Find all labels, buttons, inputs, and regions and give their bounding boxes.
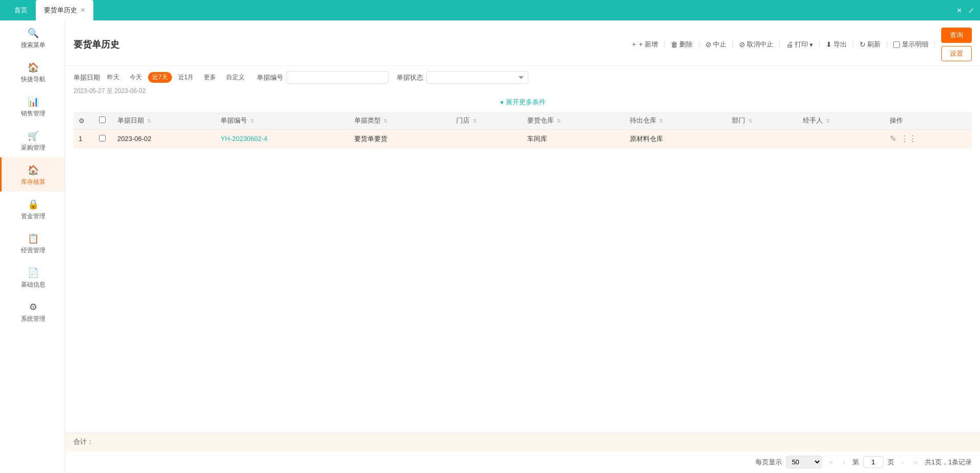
prev-page-button[interactable]: ‹ <box>840 457 848 467</box>
show-detail-input[interactable] <box>893 41 900 48</box>
col-req-warehouse: 要货仓库 ⇅ <box>522 112 624 130</box>
sidebar-item-sales[interactable]: 📊 销售管理 <box>0 89 65 123</box>
show-detail-checkbox[interactable]: 显示明细 <box>893 40 928 49</box>
row-actions: ✎ ⋮⋮ <box>885 130 972 148</box>
data-table: ⚙ 单据日期 ⇅ 单据编号 ⇅ 单据类型 <box>74 112 972 148</box>
query-button[interactable]: 查询 <box>941 28 972 43</box>
table-row: 1 2023-06-02 YH-20230602-4 要货单要货 车间库 原材料… <box>74 130 972 148</box>
store-sort-icon[interactable]: ⇅ <box>473 118 477 124</box>
row-pending-warehouse: 原材料仓库 <box>625 130 727 148</box>
footer-summary: 合计： <box>65 433 980 451</box>
table-header-row: ⚙ 单据日期 ⇅ 单据编号 ⇅ 单据类型 <box>74 112 972 130</box>
table-wrapper: ⚙ 单据日期 ⇅ 单据编号 ⇅ 单据类型 <box>65 112 980 433</box>
cancel-stop-button[interactable]: ⊘ 取消中止 <box>739 40 773 49</box>
sidebar-item-search[interactable]: 🔍 搜索菜单 <box>0 20 65 55</box>
date-pill-1month[interactable]: 近1月 <box>174 72 198 83</box>
next-page-button[interactable]: › <box>898 457 906 467</box>
settings-button[interactable]: 设置 <box>941 46 972 61</box>
top-bar: 首页 要货单历史 ✕ ✕ ⤢ <box>0 0 980 20</box>
stop-icon: ⊘ <box>705 40 712 49</box>
page-suffix: 页 <box>888 458 894 467</box>
sidebar-item-finance[interactable]: 🔒 资金管理 <box>0 192 65 226</box>
handler-sort-icon[interactable]: ⇅ <box>826 118 830 124</box>
tab-order-history[interactable]: 要货单历史 ✕ <box>36 0 93 20</box>
col-settings[interactable]: ⚙ <box>74 112 94 130</box>
export-icon: ⬇ <box>826 40 832 49</box>
divider-2 <box>699 41 699 48</box>
row-edit-icon[interactable]: ✎ <box>890 134 896 144</box>
per-page-label: 每页显示 <box>755 458 782 467</box>
row-dept <box>727 130 798 148</box>
expand-more-button[interactable]: ▾ 展开更多条件 <box>74 96 972 109</box>
row-order-no: YH-20230602-4 <box>215 130 349 148</box>
divider-1 <box>664 41 665 48</box>
filter-row-1: 单据日期 昨天 今天 近7天 近1月 更多 自定义 单据编号 <box>74 71 972 84</box>
filter-area: 单据日期 昨天 今天 近7天 近1月 更多 自定义 单据编号 <box>65 66 980 112</box>
divider-5 <box>819 41 820 48</box>
refresh-button[interactable]: ↻ 刷新 <box>860 40 880 49</box>
page-number-input[interactable] <box>863 456 884 468</box>
filter-orderno-group: 单据编号 <box>257 71 388 84</box>
divider-7 <box>887 41 887 48</box>
row-type: 要货单要货 <box>349 130 451 148</box>
divider-4 <box>779 41 780 48</box>
reqwh-sort-icon[interactable]: ⇅ <box>557 118 561 124</box>
sidebar-item-system[interactable]: ⚙ 系统管理 <box>0 294 65 328</box>
date-pill-yesterday[interactable]: 昨天 <box>103 72 124 83</box>
per-page-select[interactable]: 50 10 20 100 <box>786 456 822 468</box>
sidebar-item-quicknav[interactable]: 🏠 快捷导航 <box>0 55 65 89</box>
cancel-stop-icon: ⊘ <box>739 40 745 49</box>
first-page-button[interactable]: « <box>826 457 836 467</box>
col-action: 操作 <box>885 112 972 130</box>
delete-button[interactable]: 🗑 删除 <box>671 40 693 49</box>
row-more-icon[interactable]: ⋮⋮ <box>900 134 917 144</box>
sidebar-item-purchase[interactable]: 🛒 采购管理 <box>0 123 65 157</box>
last-page-button[interactable]: » <box>911 457 920 467</box>
sidebar-item-inventory[interactable]: 🏠 库存核算 <box>0 157 65 192</box>
status-label: 单据状态 <box>397 73 423 82</box>
pendingwh-sort-icon[interactable]: ⇅ <box>659 118 663 124</box>
system-icon: ⚙ <box>29 301 37 313</box>
sidebar-item-operations[interactable]: 📋 经营管理 <box>0 226 65 260</box>
total-info: 共1页，1条记录 <box>925 458 972 467</box>
select-all-checkbox[interactable] <box>99 116 106 123</box>
col-type: 单据类型 ⇅ <box>349 112 451 130</box>
row-select-checkbox[interactable] <box>99 135 106 141</box>
stop-button[interactable]: ⊘ 中止 <box>705 40 726 49</box>
operations-icon: 📋 <box>28 233 39 244</box>
divider-6 <box>853 41 853 48</box>
row-date: 2023-06-02 <box>112 130 215 148</box>
new-button[interactable]: ＋ + 新增 <box>630 40 658 49</box>
date-pill-7days[interactable]: 近7天 <box>148 72 172 83</box>
sidebar-item-basicinfo[interactable]: 📄 基础信息 <box>0 260 65 294</box>
col-pending-warehouse: 待出仓库 ⇅ <box>625 112 727 130</box>
page-header: 要货单历史 ＋ + 新增 🗑 删除 ⊘ 中止 ⊘ <box>65 20 980 66</box>
orderno-sort-icon[interactable]: ⇅ <box>250 118 254 124</box>
tab-close-icon[interactable]: ✕ <box>80 7 85 14</box>
row-store <box>451 130 522 148</box>
col-store: 门店 ⇅ <box>451 112 522 130</box>
pagination-bar: 每页显示 50 10 20 100 « ‹ 第 页 › » 共1页，1条记录 <box>65 451 980 473</box>
date-pills: 昨天 今天 近7天 近1月 更多 自定义 <box>103 72 249 83</box>
window-fullscreen-icon[interactable]: ⤢ <box>968 7 974 14</box>
date-sort-icon[interactable]: ⇅ <box>147 118 151 124</box>
col-handler: 经手人 ⇅ <box>798 112 885 130</box>
expand-more-icon: ▾ <box>500 99 504 106</box>
dept-sort-icon[interactable]: ⇅ <box>748 118 752 124</box>
type-sort-icon[interactable]: ⇅ <box>383 118 387 124</box>
date-pill-more[interactable]: 更多 <box>200 72 220 83</box>
status-select[interactable] <box>426 71 528 84</box>
top-bar-right: ✕ ⤢ <box>957 7 974 14</box>
date-pill-today[interactable]: 今天 <box>126 72 146 83</box>
tab-home[interactable]: 首页 <box>6 0 36 20</box>
date-pill-custom[interactable]: 自定义 <box>222 72 249 83</box>
window-close-icon[interactable]: ✕ <box>957 7 962 14</box>
print-dropdown-icon: ▾ <box>810 41 813 49</box>
print-button[interactable]: 🖨 打印 ▾ <box>786 40 813 49</box>
export-button[interactable]: ⬇ 导出 <box>826 40 847 49</box>
toolbar: ＋ + 新增 🗑 删除 ⊘ 中止 ⊘ 取消中止 <box>630 28 972 61</box>
home-icon: 🏠 <box>28 62 39 73</box>
order-no-input[interactable] <box>286 71 388 84</box>
col-checkbox <box>94 112 112 130</box>
order-no-link[interactable]: YH-20230602-4 <box>220 135 267 143</box>
